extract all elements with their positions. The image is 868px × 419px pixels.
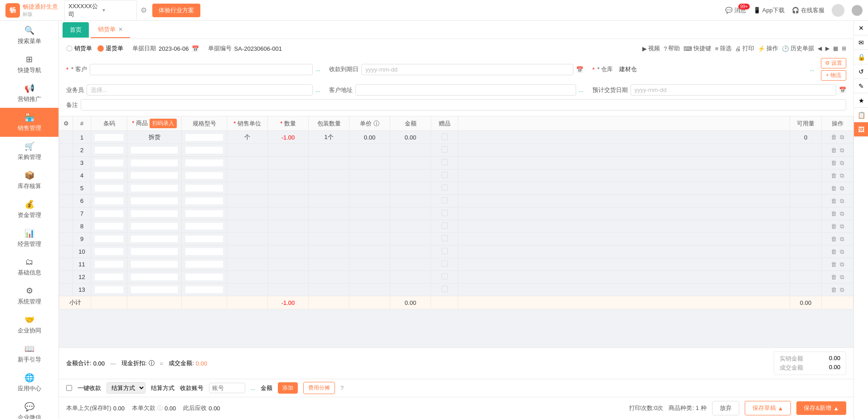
row-copy-icon[interactable]: ⧉: [840, 172, 844, 179]
row-spec-cell[interactable]: [182, 182, 227, 195]
account-input[interactable]: [209, 383, 245, 393]
row-remarks-cell[interactable]: [458, 220, 790, 233]
video-btn[interactable]: ▶ 视频: [642, 44, 660, 53]
row-qty-cell[interactable]: [268, 182, 309, 195]
row-unit-price-cell[interactable]: [349, 207, 390, 220]
row-spec-cell[interactable]: [182, 220, 227, 233]
topbar-settings-icon[interactable]: ⚙: [141, 6, 147, 14]
row-unit-cell[interactable]: [227, 207, 268, 220]
warehouse-select-btn[interactable]: ...: [810, 66, 815, 72]
row-remarks-cell[interactable]: [458, 233, 790, 246]
total-owe-help-icon[interactable]: ⓘ: [157, 405, 163, 412]
row-gift-cell[interactable]: [431, 271, 458, 284]
row-unit-price-cell[interactable]: [349, 246, 390, 258]
row-product-cell[interactable]: [127, 195, 182, 207]
right-tool-refresh[interactable]: ↺: [854, 64, 868, 79]
row-remarks-cell[interactable]: [458, 258, 790, 271]
sidebar-item-operation[interactable]: 📊 经营管理: [0, 224, 58, 253]
row-remarks-cell[interactable]: [458, 271, 790, 284]
expected-delivery-input[interactable]: [630, 84, 836, 96]
row-gift-cell[interactable]: [431, 246, 458, 258]
nav-left-btn[interactable]: ◀: [818, 45, 822, 52]
row-spec-cell[interactable]: [182, 144, 227, 157]
sidebar-item-basic[interactable]: 🗂 基础信息: [0, 253, 58, 281]
row-amount-cell[interactable]: [390, 258, 431, 271]
tab-close-icon[interactable]: ✕: [118, 26, 123, 33]
row-unit-price-cell[interactable]: [349, 233, 390, 246]
row-qty-cell[interactable]: [268, 157, 309, 169]
row-remarks-cell[interactable]: [458, 182, 790, 195]
row-copy-icon[interactable]: ⧉: [840, 134, 844, 140]
row-remarks-cell[interactable]: [458, 195, 790, 207]
sidebar-item-purchase[interactable]: 🛒 采购管理: [0, 137, 58, 166]
row-spec-cell[interactable]: [182, 131, 227, 144]
row-delete-icon[interactable]: 🗑: [831, 172, 837, 179]
row-gift-cell[interactable]: [431, 220, 458, 233]
sidebar-item-wechat[interactable]: 💬 企业微信: [0, 397, 58, 419]
chat-btn[interactable]: 💬 消息 99+: [725, 6, 746, 14]
row-copy-icon[interactable]: ⧉: [840, 274, 844, 280]
row-unit-price-cell[interactable]: [349, 271, 390, 284]
row-unit-cell[interactable]: [227, 233, 268, 246]
row-copy-icon[interactable]: ⧉: [840, 210, 844, 217]
row-unit-cell[interactable]: [227, 195, 268, 207]
row-gift-cell[interactable]: [431, 144, 458, 157]
sidebar-item-guide[interactable]: 📖 新手引导: [0, 339, 58, 368]
row-product-cell[interactable]: [127, 207, 182, 220]
row-delete-icon[interactable]: 🗑: [831, 210, 837, 217]
row-pkg-qty-cell[interactable]: [309, 169, 349, 182]
sidebar-item-nav[interactable]: ⊞ 快捷导航: [0, 50, 58, 79]
row-unit-price-cell[interactable]: [349, 220, 390, 233]
row-gift-cell[interactable]: [431, 131, 458, 144]
row-copy-icon[interactable]: ⧉: [840, 185, 844, 192]
row-delete-icon[interactable]: 🗑: [831, 134, 837, 140]
trial-btn[interactable]: 体验行业方案: [152, 4, 200, 17]
expected-delivery-calendar-icon[interactable]: 📅: [839, 87, 846, 93]
row-amount-cell[interactable]: [390, 284, 431, 296]
row-spec-cell[interactable]: [182, 207, 227, 220]
row-delete-icon[interactable]: 🗑: [831, 261, 837, 268]
row-unit-cell[interactable]: [227, 271, 268, 284]
online-service-btn[interactable]: 🎧 在线客服: [792, 6, 824, 14]
sidebar-item-market[interactable]: 📢 营销推广: [0, 79, 58, 108]
row-gift-cell[interactable]: [431, 284, 458, 296]
customer-address-input[interactable]: [355, 84, 576, 96]
row-amount-cell[interactable]: [390, 157, 431, 169]
row-delete-icon[interactable]: 🗑: [831, 159, 837, 166]
row-product-cell[interactable]: [127, 157, 182, 169]
sidebar-item-system[interactable]: ⚙ 系统管理: [0, 281, 58, 310]
salesperson-select-btn[interactable]: ...: [315, 87, 320, 93]
one-click-payment-checkbox[interactable]: [66, 385, 72, 391]
row-delete-icon[interactable]: 🗑: [831, 147, 837, 154]
row-amount-cell[interactable]: [390, 246, 431, 258]
row-unit-price-cell[interactable]: [349, 195, 390, 207]
date-calendar-icon[interactable]: 📅: [192, 45, 199, 52]
remarks-input[interactable]: [81, 99, 846, 111]
print-btn[interactable]: 🖨 打印: [735, 44, 754, 53]
row-amount-cell[interactable]: [390, 182, 431, 195]
row-actions-cell[interactable]: 🗑 ⧉: [822, 195, 853, 207]
right-tool-star[interactable]: ★: [854, 93, 868, 108]
row-qty-cell[interactable]: [268, 220, 309, 233]
customer-address-select-btn[interactable]: ...: [579, 87, 583, 93]
row-product-cell[interactable]: [127, 258, 182, 271]
row-remarks-cell[interactable]: [458, 207, 790, 220]
row-unit-price-cell[interactable]: [349, 284, 390, 296]
right-tool-close[interactable]: ✕: [854, 21, 868, 35]
history-btn[interactable]: 🕐 历史单据: [782, 44, 814, 53]
row-delete-icon[interactable]: 🗑: [831, 197, 837, 204]
row-barcode-cell[interactable]: [91, 195, 127, 207]
tab-sales-order[interactable]: 销货单 ✕: [91, 22, 130, 38]
row-spec-cell[interactable]: [182, 258, 227, 271]
payment-help-icon[interactable]: ?: [340, 385, 344, 391]
filter-btn[interactable]: ≡ 筛选: [715, 44, 732, 53]
row-remarks-cell[interactable]: [458, 131, 790, 144]
row-pkg-qty-cell[interactable]: [309, 271, 349, 284]
row-pkg-qty-cell[interactable]: [309, 220, 349, 233]
th-settings[interactable]: ⚙: [59, 116, 73, 131]
row-product-cell[interactable]: [127, 246, 182, 258]
row-qty-cell[interactable]: [268, 233, 309, 246]
row-qty-cell[interactable]: [268, 144, 309, 157]
row-unit-price-cell[interactable]: [349, 144, 390, 157]
row-pkg-qty-cell[interactable]: [309, 233, 349, 246]
